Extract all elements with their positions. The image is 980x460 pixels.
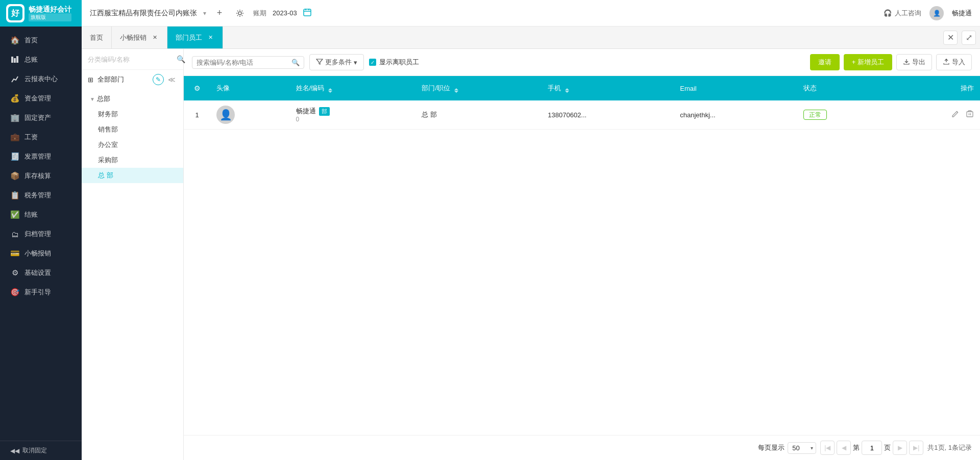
tab-expense-close[interactable]: ✕: [151, 34, 159, 42]
sidebar-item-invoice[interactable]: 🧾 发票管理: [0, 147, 82, 166]
add-employee-button[interactable]: + 新增员工: [844, 54, 892, 70]
tab-home[interactable]: 首页: [82, 27, 112, 48]
last-page-button[interactable]: ▶|: [909, 441, 923, 455]
first-page-button[interactable]: |◀: [820, 441, 835, 455]
period-value: 2023-03: [273, 9, 297, 17]
col-avatar: 头像: [210, 76, 290, 100]
col-actions: 操作: [890, 76, 980, 100]
sidebar-item-label: 基础设置: [24, 268, 51, 277]
sidebar-item-label: 归档管理: [24, 229, 51, 239]
filter-button[interactable]: 更多条件 ▾: [309, 54, 364, 70]
sidebar-item-inventory[interactable]: 📦 库存核算: [0, 166, 82, 186]
payroll-icon: 💼: [10, 133, 19, 142]
company-dropdown-arrow[interactable]: ▾: [203, 10, 206, 17]
dept-sort-icon[interactable]: [454, 88, 458, 93]
export-button[interactable]: 导出: [896, 54, 932, 70]
current-page-input[interactable]: [862, 441, 882, 455]
sidebar-item-payroll[interactable]: 💼 工资: [0, 127, 82, 147]
dept-node-finance[interactable]: 财务部: [82, 107, 183, 122]
sidebar-item-tax[interactable]: 📋 税务管理: [0, 186, 82, 205]
pagination: 每页显示 50 20 100 ▾ |◀ ◀ 第: [184, 435, 980, 460]
table-settings-button[interactable]: ⚙: [190, 81, 204, 95]
row-avatar: 👤: [210, 100, 290, 130]
cancel-fixed-label: 取消固定: [22, 446, 47, 455]
col-name[interactable]: 姓名/编码: [290, 76, 416, 100]
invite-button[interactable]: 邀请: [810, 54, 840, 70]
row-dept: 总 部: [415, 100, 542, 130]
dept-node-procurement[interactable]: 采购部: [82, 152, 183, 168]
col-dept[interactable]: 部门/职位: [415, 76, 542, 100]
sidebar-item-fixed-assets[interactable]: 🏢 固定资产: [0, 108, 82, 127]
name-sort-icon[interactable]: [328, 88, 332, 93]
calendar-icon[interactable]: [303, 8, 311, 18]
sidebar-item-label: 新手引导: [24, 288, 51, 297]
inventory-icon: 📦: [10, 171, 19, 181]
sidebar-item-label: 库存核算: [24, 171, 51, 181]
main-area: 江西服宝精品有限责任公司内账张 ▾ + 账期 2023-03 🎧 人工咨询 👤 …: [82, 0, 980, 460]
cancel-fixed-button[interactable]: ◀◀ 取消固定: [10, 446, 71, 455]
add-company-button[interactable]: +: [212, 6, 227, 20]
tab-expense[interactable]: 小畅报销 ✕: [112, 27, 167, 48]
sidebar-item-label: 税务管理: [24, 191, 51, 200]
tax-icon: 📋: [10, 191, 19, 200]
tab-dept-employee[interactable]: 部门员工 ✕: [167, 27, 223, 48]
username: 畅捷通: [952, 9, 972, 18]
sidebar-item-settings[interactable]: ⚙ 基础设置: [0, 263, 82, 283]
row-phone: 138070602...: [542, 100, 674, 130]
company-settings-button[interactable]: [233, 6, 247, 20]
col-phone[interactable]: 手机: [542, 76, 674, 100]
expense-icon: 💳: [10, 249, 19, 258]
sidebar-item-reports[interactable]: 云报表中心: [0, 69, 82, 89]
import-button[interactable]: 导入: [936, 54, 972, 70]
dept-node-headquarters[interactable]: ▼ 总部: [82, 91, 183, 107]
phone-sort-icon[interactable]: [565, 88, 569, 93]
employee-table-container: ⚙ 头像 姓名/编码: [184, 76, 980, 435]
employee-search-icon[interactable]: 🔍: [291, 59, 300, 66]
svg-point-3: [238, 12, 241, 15]
per-page-selector: 每页显示 50 20 100 ▾: [758, 442, 816, 454]
logo-icon: 好: [6, 4, 24, 22]
sidebar-item-label: 总账: [24, 55, 38, 64]
export-label: 导出: [912, 58, 925, 67]
employee-search-input[interactable]: [197, 59, 288, 66]
tabs-bar: 首页 小畅报销 ✕ 部门员工 ✕ ✕ ⤢: [82, 27, 980, 49]
delete-employee-button[interactable]: [966, 110, 974, 120]
sidebar-item-archive[interactable]: 🗂 归档管理: [0, 224, 82, 244]
grid-icon: ⊞: [88, 76, 93, 84]
tab-expand-button[interactable]: ⤢: [962, 31, 976, 45]
home-icon: 🏠: [10, 36, 19, 45]
employee-main: 🔍 更多条件 ▾ ✓ 显示离职员工: [184, 49, 980, 460]
show-resigned-checkbox[interactable]: ✓ 显示离职员工: [369, 58, 419, 67]
next-page-button[interactable]: ▶: [893, 441, 907, 455]
dept-sidebar: 🔍 ⊞ 全部部门 ✎ ≪ ▼ 总部 财务部: [82, 49, 184, 460]
sidebar-item-label: 云报表中心: [24, 74, 58, 84]
sidebar-item-ledger[interactable]: 总账: [0, 50, 82, 69]
prev-page-button[interactable]: ◀: [837, 441, 851, 455]
sidebar-item-guide[interactable]: 🎯 新手引导: [0, 283, 82, 302]
edit-employee-button[interactable]: [951, 110, 960, 120]
sidebar-item-checkout[interactable]: ✅ 结账: [0, 205, 82, 224]
dept-search-input[interactable]: [88, 56, 174, 63]
sidebar-item-label: 首页: [24, 36, 38, 45]
tab-dept-label: 部门员工: [176, 33, 202, 42]
reports-icon: [10, 74, 19, 84]
dept-badge: 部: [319, 107, 330, 116]
dept-node-sales[interactable]: 销售部: [82, 122, 183, 137]
per-page-select[interactable]: 50 20 100: [788, 442, 816, 454]
dept-tree: ▼ 总部 财务部 销售部 办公室 采购部: [82, 89, 183, 185]
total-info: 共1页, 1条记录: [927, 443, 972, 452]
sidebar-item-assets-mgmt[interactable]: 💰 资金管理: [0, 89, 82, 108]
tab-dept-close[interactable]: ✕: [206, 34, 214, 42]
dept-node-office[interactable]: 办公室: [82, 137, 183, 152]
tab-close-button[interactable]: ✕: [943, 31, 958, 45]
dept-node-general[interactable]: 总 部: [82, 168, 183, 183]
sidebar-item-expense[interactable]: 💳 小畅报销: [0, 244, 82, 263]
svg-rect-4: [304, 9, 311, 16]
dept-header[interactable]: ⊞ 全部部门 ✎ ≪: [82, 70, 183, 89]
dept-collapse-button[interactable]: ≪: [166, 74, 177, 85]
support-button[interactable]: 🎧 人工咨询: [884, 9, 921, 18]
sidebar-item-home[interactable]: 🏠 首页: [0, 31, 82, 50]
dept-edit-button[interactable]: ✎: [153, 74, 164, 85]
resigned-checkbox-box: ✓: [369, 59, 376, 66]
page-label: 页: [884, 443, 891, 452]
